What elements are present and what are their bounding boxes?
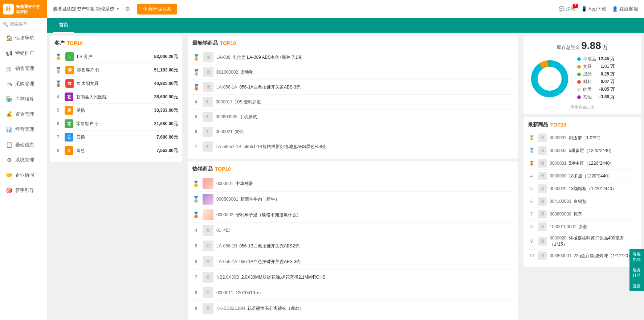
rank-number: 8 [528,224,535,229]
rank-medal: 🥇 [192,53,200,61]
float-button[interactable]: 直播 [629,281,644,291]
sidebar-item-operation[interactable]: 📊经营管理 [0,122,47,137]
customer-avatar: 云 [65,133,73,141]
nav-home[interactable]: 首页 [53,18,74,33]
product-img: 图 [203,97,213,107]
new-product-row: 7 图 000800008原垄 [528,208,637,221]
message-button[interactable]: 💬 消息 6 [559,6,575,12]
best-product-row: 🥇 图 LA-089电池盖 LA-089 ABS本色+黑种 7.1克 [192,50,513,65]
hot-product-info: 0000001中华神器 [216,181,513,187]
hot-product-img [203,194,213,205]
rank-medal: 🥇 [192,180,200,187]
sidebar-item-enterprise[interactable]: 🤝企业协同 [0,168,47,183]
rank-number: 6 [192,259,200,264]
hot-product-row: 7 图 NB2.0X30B2.0X30MM双搓花轴,搓花直径2.1MM/ROHS [192,270,513,285]
new-product-info: 10000100001原垄 [550,224,637,230]
new-products-title: 最新商品 TOP10 [528,122,637,128]
online-service-button[interactable]: 👤 在线客服 [612,6,638,12]
legend-row: 成品 0.25 万 [577,71,615,77]
rank-medal: 🥈 [192,68,200,76]
new-product-row: 9 图 0000028体械嘉枝味苏打饮品400毫升（1*15） [528,233,637,250]
new-product-list: 🥇 图 0000033封边带（1.0*22） 🥈 图 00000325厘多层（1… [528,132,637,262]
new-product-img: 图 [538,146,547,155]
legend-value: 1.01 万 [601,63,615,70]
customer-rank-row: 🥇 L LS 客户 53,006.26元 [54,50,178,63]
best-product-row: 7 图 LA-59651-1B59651-1B旋转投影灯电池盒ABS黑色+58壳 [192,139,513,154]
best-product-row: 🥈 图 001000002雪地靴 [192,65,513,80]
sidebar-item-guide[interactable]: 🎯新手引导 [0,183,47,198]
legend-label: 文具 [583,63,599,70]
rank-medal: 🥇 [528,135,535,140]
new-product-row: 🥈 图 00000325厘多层（1220*2440） [528,144,637,157]
sidebar-item-quick-nav[interactable]: 🏠快捷导航 [0,30,47,46]
rank-number: 5 [192,243,200,249]
customer-avatar: 肖 [65,146,73,155]
new-product-img: 图 [538,210,547,218]
customer-value: 7,563.00元 [156,148,178,154]
new-product-info: 0000028体械嘉枝味苏打饮品400毫升（1*15） [550,235,637,247]
donut-chart-section: 半成品 12.45 万 文具 1.01 万 成品 0.25 万 材料 0.07 … [528,56,637,102]
new-product-img: 图 [538,184,547,193]
hot-product-info: 0145# [216,228,513,233]
sidebar-item-inventory[interactable]: 🏪库存核算 [0,91,47,107]
product-info: 0000021夹壳 [216,129,513,135]
sidebar-item-finance[interactable]: 💰资金管理 [0,107,47,122]
legend-label: 成品 [583,71,599,77]
hot-product-row: 🥉 0000002智利车子里（规格不知道填什么） [192,207,513,223]
legend-label: 肉类 [583,86,597,93]
hot-product-info: KK-SD22110H花语萌恒温分离裤袜（厚款） [216,305,513,312]
hot-product-img: 图 [203,303,213,314]
sidebar-label-enterprise: 企业协同 [15,172,34,179]
customer-rank-row: 🥈 零 零售客户·许 51,183.00元 [54,63,178,77]
sidebar-item-purchase[interactable]: 🛍采购管理 [0,76,47,91]
float-button[interactable]: 客服 热线 [629,249,644,265]
trial-button[interactable]: 体验行业方案 [137,4,177,15]
customer-avatar: 零 [65,119,73,128]
hot-product-row: 🥇 0000001中华神器 [192,176,513,192]
system-title: 装备及固定资产辅助管理系统 ▾ [53,6,119,12]
search-menu[interactable]: 🔍 搜索菜单 [0,18,47,30]
sidebar-item-system[interactable]: ⚙系统管理 [0,152,47,168]
legend-label: 材料 [583,79,599,85]
product-img: 图 [203,52,213,62]
sidebar-item-sales[interactable]: 🛒销售管理 [0,61,47,76]
svg-point-5 [539,69,560,89]
app-download-button[interactable]: 📱 App下载 [581,6,606,12]
inventory-ratio-label: 库存资金占比 [528,104,637,110]
rank-number: 8 [192,290,200,295]
new-product-info: 004100001白钢垫 [550,198,637,205]
best-product-card: 最畅销商品 TOP10 🥇 图 LA-089电池盖 LA-089 ABS本色+黑… [188,36,518,159]
gear-icon[interactable]: ⚙ [125,5,130,12]
legend-dot [577,95,581,99]
logo-icon: 好 [3,4,14,15]
new-product-img: 图 [538,197,547,206]
sidebar-item-marketing[interactable]: 📢营销推广 [0,46,47,61]
customer-name: 零售客户·许 [77,67,151,73]
right-column: 库存总资金 9.88 万 [521,33,644,320]
rank-number: 4 [528,173,535,179]
best-product-row: 4 图 000001710S 变利罗浚 [192,95,513,110]
new-product-info: 00380000122g鱼豆腐·烧烤味（1*12*20） [550,253,637,259]
donut-chart [528,57,571,100]
hot-product-img [203,209,213,220]
hot-product-info: NB2.0X30B2.0X30MM双搓花轴,搓花直径2.1MM/ROHS [216,274,513,280]
new-product-img: 图 [538,172,547,180]
new-product-img: 图 [538,134,547,142]
customer-rank-row: 7 云 云扬 7,680.00元 [54,131,178,144]
legend-dot [577,57,581,61]
sidebar-label-system: 系统管理 [15,157,34,163]
customer-value: 53,006.26元 [154,54,178,60]
sidebar-label-inventory: 库存核算 [15,96,34,102]
mobile-icon: 📱 [581,6,587,12]
product-img: 图 [203,141,213,152]
sidebar-label-guide: 新手引导 [15,187,34,194]
new-product-info: 00000315厘中纤（1220*2440） [550,160,637,167]
customer-name: LS 客户 [77,54,151,60]
inventory-icon: 🏪 [6,96,12,102]
new-product-img: 图 [538,237,547,246]
finance-icon: 💰 [6,111,12,118]
sidebar-item-basic[interactable]: 📋基础信息 [0,137,47,152]
float-button[interactable]: 服务 社区 [629,265,644,281]
legend-dot [577,80,581,84]
hot-product-info: LA-056-1A056-1A白色按键开关盖ABS 3壳 [216,259,513,265]
